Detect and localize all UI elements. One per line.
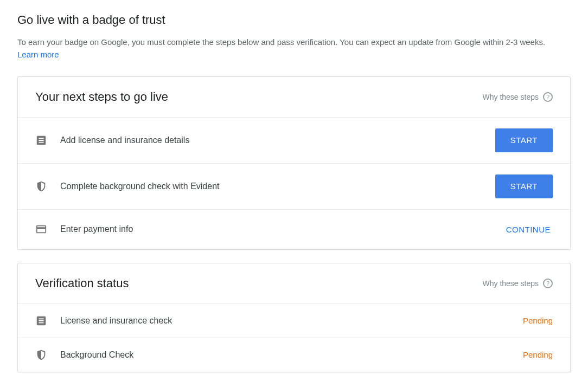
verification-row-license: License and insurance check Pending: [18, 304, 570, 338]
start-button[interactable]: START: [495, 174, 553, 198]
steps-card-header: Your next steps to go live Why these ste…: [18, 77, 570, 118]
steps-card-title: Your next steps to go live: [35, 90, 168, 104]
help-icon: ?: [543, 92, 553, 102]
why-steps-label: Why these steps: [483, 93, 539, 101]
document-icon: [35, 315, 47, 327]
status-badge: Pending: [523, 316, 553, 325]
step-label: Complete background check with Evident: [60, 182, 495, 191]
why-these-steps[interactable]: Why these steps ?: [483, 279, 553, 288]
step-row-payment: Enter payment info CONTINUE: [18, 210, 570, 249]
help-icon: ?: [543, 279, 553, 288]
credit-card-icon: [35, 223, 47, 235]
verification-row-background: Background Check Pending: [18, 338, 570, 372]
document-icon: [35, 134, 47, 146]
step-row-license: Add license and insurance details START: [18, 118, 570, 164]
shield-icon: [35, 180, 47, 192]
verification-label: Background Check: [60, 350, 523, 360]
start-button[interactable]: START: [495, 128, 553, 152]
why-steps-label: Why these steps: [483, 279, 539, 288]
page-title: Go live with a badge of trust: [17, 13, 571, 27]
step-row-background: Complete background check with Evident S…: [18, 164, 570, 210]
page-subtitle: To earn your badge on Google, you must c…: [17, 36, 560, 61]
steps-card: Your next steps to go live Why these ste…: [17, 76, 571, 250]
verification-card-title: Verification status: [35, 276, 129, 290]
learn-more-link[interactable]: Learn more: [17, 50, 59, 59]
status-badge: Pending: [523, 350, 553, 359]
step-label: Enter payment info: [60, 224, 504, 234]
subtitle-text: To earn your badge on Google, you must c…: [17, 37, 545, 47]
verification-card-header: Verification status Why these steps ?: [18, 263, 570, 304]
why-these-steps[interactable]: Why these steps ?: [483, 92, 553, 102]
shield-icon: [35, 349, 47, 361]
verification-label: License and insurance check: [60, 316, 523, 326]
continue-button[interactable]: CONTINUE: [504, 221, 553, 238]
step-label: Add license and insurance details: [60, 135, 495, 145]
verification-card: Verification status Why these steps ? Li…: [17, 263, 571, 372]
